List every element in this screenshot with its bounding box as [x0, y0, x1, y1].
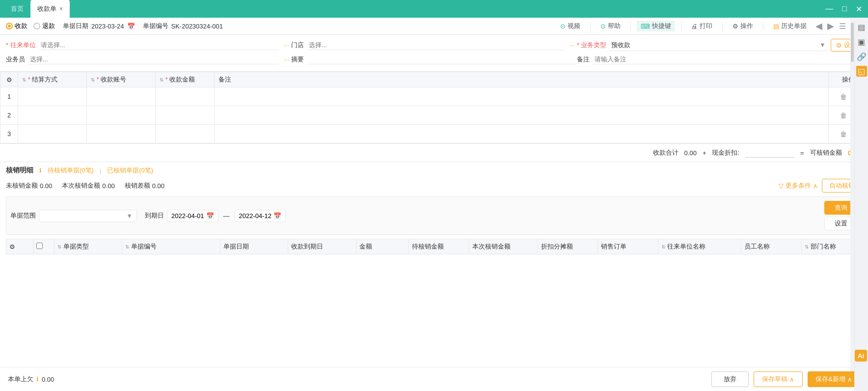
video-btn[interactable]: ⊙ 视频: [556, 21, 584, 31]
row-num-3: 3: [0, 125, 18, 143]
tab-home[interactable]: 首页: [4, 0, 30, 18]
scrollbar[interactable]: [850, 18, 854, 371]
shortcut-btn[interactable]: ⌨ 快捷键: [637, 21, 675, 31]
divider1: [590, 22, 591, 30]
partner-more-icon[interactable]: ···: [282, 41, 292, 49]
summary-row: 收款合计 0.00 + 现金折扣: = 可核销金额 0.00: [0, 144, 868, 162]
delete-row-1-icon[interactable]: 🗑: [840, 93, 847, 101]
settle-method-1[interactable]: [18, 87, 87, 106]
staff-more-icon[interactable]: ···: [282, 56, 292, 63]
sidebar-icon-4[interactable]: ◱: [856, 66, 867, 77]
search-row: 单据范围 ▼ 到期日 2022-04-01 📅 — 2022-04-12: [6, 196, 862, 235]
bt-thistime-header: 本次核销金额: [469, 239, 538, 254]
stats-row: 未核销金额 0.00 本次核销金额 0.00 核销差额 0.00 ▽ 更多条件 …: [6, 179, 862, 193]
tab-divider: |: [100, 167, 101, 174]
layout-list-icon[interactable]: ☰: [839, 22, 846, 31]
radio-receipt-dot: [6, 23, 13, 29]
due-date-label: 到期日: [145, 211, 164, 220]
amount-2[interactable]: [156, 106, 215, 125]
radio-group: 收款 退款: [6, 22, 55, 30]
abandon-btn[interactable]: 放弃: [711, 371, 749, 387]
bt-gear-header[interactable]: ⚙: [6, 239, 33, 254]
divider5: [763, 22, 763, 30]
row-num-2: 2: [0, 106, 18, 125]
more-conditions-btn[interactable]: ▽ 更多条件 ∧: [779, 181, 818, 190]
due-date-end[interactable]: 2022-04-12 📅: [235, 210, 286, 222]
remark-2[interactable]: [215, 106, 829, 125]
account-2[interactable]: [87, 106, 156, 125]
partner-input[interactable]: [39, 40, 279, 50]
divider4: [722, 22, 723, 30]
right-sidebar: ▤ ▣ 🔗 ◱ Ai: [854, 18, 868, 391]
done-tab[interactable]: 已核销单据(0笔): [107, 166, 153, 175]
remark-input[interactable]: [593, 55, 862, 64]
bt-select-all[interactable]: [36, 243, 43, 249]
sidebar-icon-2[interactable]: ▣: [856, 36, 867, 47]
history-btn[interactable]: ▤ 历史单据: [769, 21, 811, 31]
amount-1[interactable]: [156, 87, 215, 106]
settle-method-3[interactable]: [18, 125, 87, 143]
range-field: 单据范围 ▼: [10, 210, 137, 222]
settle-method-2[interactable]: [18, 106, 87, 125]
doc-hint: 本单上欠: [8, 375, 33, 384]
calendar-icon[interactable]: 📅: [127, 23, 135, 30]
uncancelled-stat: 未核销金额 0.00: [6, 181, 52, 190]
total-label: 收款合计: [653, 148, 678, 157]
filter-icon: ▽: [779, 182, 784, 190]
table-row: 2 🗑 ⊞: [0, 106, 868, 125]
sidebar-icon-3[interactable]: 🔗: [856, 51, 867, 62]
staff-input[interactable]: [28, 55, 279, 64]
range-select[interactable]: ▼: [39, 210, 137, 222]
bottom-info-icon[interactable]: ℹ: [36, 376, 39, 383]
close-btn[interactable]: ✕: [854, 4, 864, 14]
staff-label: 业务员: [6, 55, 25, 64]
remark-3[interactable]: [215, 125, 829, 143]
due-date-start[interactable]: 2022-04-01 📅: [167, 210, 218, 222]
bottom-amount: 0.00: [42, 376, 54, 383]
maximize-btn[interactable]: □: [840, 4, 849, 13]
delete-row-3-icon[interactable]: 🗑: [840, 130, 847, 138]
bt-salesorder-header: 销售订单: [598, 239, 658, 254]
bt-checkbox-header: [33, 239, 54, 254]
pending-tab[interactable]: 待核销单据(0笔): [48, 166, 94, 175]
section-info-icon[interactable]: ℹ: [39, 167, 42, 174]
radio-receipt[interactable]: 收款: [6, 22, 27, 30]
radio-refund[interactable]: 退款: [33, 22, 55, 30]
print-btn[interactable]: 🖨 打印: [687, 21, 716, 31]
tab-bar: 首页 收款单 × — □ ✕: [0, 0, 868, 18]
account-3[interactable]: [87, 125, 156, 143]
tab-receipt[interactable]: 收款单 ×: [30, 0, 70, 18]
remark-field: 备注: [577, 55, 862, 64]
table-row: 3 🗑 ⊞: [0, 125, 868, 143]
scrollbar-thumb[interactable]: [851, 23, 854, 62]
ai-button[interactable]: Ai: [855, 350, 867, 362]
help-btn[interactable]: ⊙ 帮助: [597, 21, 624, 31]
biz-type-select[interactable]: 预收款 ▼: [609, 40, 828, 51]
available-label: 可核销金额: [810, 148, 842, 157]
total-value: 0.00: [684, 149, 697, 157]
col-gear-header[interactable]: ⚙: [0, 72, 18, 87]
store-more-icon[interactable]: ···: [567, 41, 577, 49]
save-new-btn[interactable]: 保存&新增 ∧: [808, 371, 860, 387]
account-1[interactable]: [87, 87, 156, 106]
row-num-1: 1: [0, 87, 18, 106]
store-input[interactable]: [307, 40, 564, 50]
minimize-btn[interactable]: —: [823, 4, 835, 13]
nav-left-icon[interactable]: ◀: [815, 21, 822, 31]
bottom-bar: 本单上欠 ℹ 0.00 放弃 保存草稿 ∧ 保存&新增 ∧: [0, 367, 868, 391]
store-field: 门店 ···: [291, 40, 576, 50]
delete-row-2-icon[interactable]: 🗑: [840, 112, 847, 119]
staff-field: 业务员 ···: [6, 55, 291, 64]
summary-input[interactable]: [307, 55, 576, 64]
partner-field: * 往来单位 ···: [6, 40, 291, 50]
discount-label: 现金折扣:: [712, 148, 739, 157]
save-draft-btn[interactable]: 保存草稿 ∧: [754, 371, 803, 387]
discount-input[interactable]: [745, 148, 794, 158]
operate-btn[interactable]: ⚙ 操作: [729, 21, 757, 31]
remark-1[interactable]: [215, 87, 829, 106]
amount-3[interactable]: [156, 125, 215, 143]
col-settle-method-header: ⇅ * 结算方式: [18, 72, 87, 87]
sidebar-icon-1[interactable]: ▤: [856, 22, 867, 32]
nav-right-icon[interactable]: ▶: [827, 21, 834, 31]
tab-close-icon[interactable]: ×: [59, 5, 63, 12]
